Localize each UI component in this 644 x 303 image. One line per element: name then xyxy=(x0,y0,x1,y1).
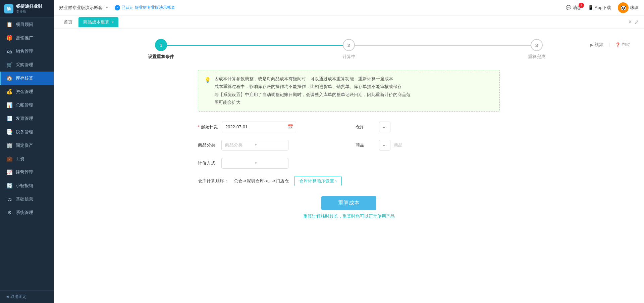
notice-box: 💡 因成本计算参数调整，或是对商品成本有疑问时，可以通过成本重算功能，重新计算一… xyxy=(198,70,500,112)
sidebar-logo: 畅 xyxy=(4,4,13,13)
main-area: 好业财专业版演示帐套 ▾ ✓ 已认证 好业财专业版演示帐套 💬 消息 1 📱 A… xyxy=(54,0,644,303)
sidebar-item-operation[interactable]: 📈经营管理 xyxy=(0,166,54,179)
form-row-3: 计价方式 ▾ xyxy=(198,158,500,169)
invoice-icon: 🧾 xyxy=(6,116,12,122)
marketing-icon: 🎁 xyxy=(6,35,12,41)
warehouse-select-btn[interactable]: ··· xyxy=(379,122,390,132)
helper-links: ▶ 视频 | ❓ 帮助 xyxy=(590,42,631,48)
sidebar-item-label-finance: 资金管理 xyxy=(16,89,33,95)
notice-line-1: 因成本计算参数调整，或是对商品成本有疑问时，可以通过成本重算功能，重新计算一遍成… xyxy=(214,75,411,83)
expense-icon: 🔄 xyxy=(6,183,12,189)
sidebar-item-finance[interactable]: 💰资金管理 xyxy=(0,85,54,98)
sidebar-header: 畅 畅捷通好业财 专业版 xyxy=(0,0,54,18)
form-group-pricing: 计价方式 ▾ xyxy=(198,158,342,169)
sidebar-nav: 📋项目顾问🎁营销推广🛍销售管理🛒采购管理🏠库存核算💰资金管理📊总账管理🧾发票管理… xyxy=(0,18,54,290)
required-star: * xyxy=(198,124,201,129)
tab-recalc-cost[interactable]: 商品成本重算 × xyxy=(78,17,118,27)
sidebar-item-label-tax: 税务管理 xyxy=(16,129,33,135)
recalc-section: 重算成本 重算过程耗时较长，重算时您可以正常使用产品 xyxy=(198,196,500,219)
notice-line-3: 若【系统设置】中启用了自动调整记账日期时，会调整入库单的整单记账日期，因此重新计… xyxy=(214,91,411,98)
sidebar-item-accounting[interactable]: 📊总账管理 xyxy=(0,98,54,112)
sidebar-footer[interactable]: ◄ 取消固定 xyxy=(0,290,54,303)
sidebar-item-expense[interactable]: 🔄小畅报销 xyxy=(0,179,54,192)
verified-account-name: 好业财专业版演示帐套 xyxy=(135,5,175,10)
sidebar-item-label-marketing: 营销推广 xyxy=(16,35,33,41)
form-group-product-category: 商品分类 商品分类 ▾ xyxy=(198,140,342,150)
purchase-icon: 🛒 xyxy=(6,62,12,68)
operation-icon: 📈 xyxy=(6,169,12,175)
system-icon: ⚙ xyxy=(6,210,12,216)
close-window-icon[interactable]: × xyxy=(629,19,632,25)
tab-close-icon[interactable]: × xyxy=(111,20,114,25)
warehouse-label: 仓库 xyxy=(356,124,376,130)
sidebar-item-basic[interactable]: 🗂基础信息 xyxy=(0,192,54,206)
expand-window-icon[interactable]: ⤢ xyxy=(634,19,639,25)
sidebar-item-inventory[interactable]: 🏠库存核算 xyxy=(0,72,54,85)
messages-button[interactable]: 💬 消息 1 xyxy=(566,5,581,11)
notice-content: 因成本计算参数调整，或是对商品成本有疑问时，可以通过成本重算功能，重新计算一遍成… xyxy=(214,75,411,106)
account-name-text: 好业财专业版演示帐套 xyxy=(59,5,103,11)
warehouse-order-settings-btn[interactable]: 仓库计算顺序设置 › xyxy=(294,176,342,186)
product-category-label: 商品分类 xyxy=(198,142,218,148)
calendar-icon[interactable]: 📅 xyxy=(285,124,296,129)
sidebar-item-label-sales: 销售管理 xyxy=(16,48,33,54)
start-date-input[interactable] xyxy=(222,122,285,132)
username-label: 珠珠 xyxy=(630,5,639,11)
sidebar-brand-sub: 专业版 xyxy=(16,9,42,14)
user-avatar-area[interactable]: 🐼 珠珠 xyxy=(618,2,639,13)
product-placeholder: 商品 xyxy=(394,142,402,148)
inventory-icon: 🏠 xyxy=(6,75,12,81)
sidebar-item-salary[interactable]: 💼工资 xyxy=(0,152,54,166)
topbar-account[interactable]: 好业财专业版演示帐套 ▾ xyxy=(59,5,108,11)
question-icon: ❓ xyxy=(615,42,621,47)
start-date-input-wrapper[interactable]: 📅 xyxy=(222,122,296,132)
step-1-circle: 1 xyxy=(155,39,167,51)
sidebar-item-label-invoice: 发票管理 xyxy=(16,116,33,122)
sidebar-item-assets[interactable]: 🏢固定资产 xyxy=(0,139,54,152)
message-icon: 💬 xyxy=(566,5,571,10)
help-link[interactable]: ❓ 帮助 xyxy=(615,42,631,48)
sidebar-item-tax[interactable]: 📑税务管理 xyxy=(0,125,54,139)
recalc-btn[interactable]: 重算成本 xyxy=(321,196,376,210)
sidebar-item-purchase[interactable]: 🛒采购管理 xyxy=(0,58,54,72)
tabbar-actions: × ⤢ xyxy=(629,19,639,25)
sidebar-brand: 畅捷通好业财 专业版 xyxy=(16,3,42,14)
app-download-button[interactable]: 📱 App下载 xyxy=(588,5,611,11)
account-dropdown-arrow[interactable]: ▾ xyxy=(106,5,108,10)
form-section: * 起始日期 📅 仓库 ··· 商品分类 商品分类 xyxy=(198,122,500,219)
warehouse-order-label: 仓库计算顺序： xyxy=(198,178,228,184)
steps-container: 1 设置重算条件 2 计算中 3 重算完成 ▶ xyxy=(67,39,631,60)
product-select-btn[interactable]: ··· xyxy=(379,140,390,150)
sidebar-item-label-project: 项目顾问 xyxy=(16,21,33,28)
sidebar-item-label-inventory: 库存核算 xyxy=(16,75,33,81)
sidebar-item-marketing[interactable]: 🎁营销推广 xyxy=(0,31,54,45)
phone-icon: 📱 xyxy=(588,5,593,10)
content-area: 1 设置重算条件 2 计算中 3 重算完成 ▶ xyxy=(54,29,644,303)
sidebar-item-label-assets: 固定资产 xyxy=(16,142,33,148)
chevron-right-icon: › xyxy=(335,178,337,183)
step-2-circle: 2 xyxy=(343,39,355,51)
form-group-warehouse: 仓库 ··· xyxy=(356,122,500,132)
sidebar-item-invoice[interactable]: 🧾发票管理 xyxy=(0,112,54,125)
step-3-label: 重算完成 xyxy=(528,54,545,60)
sidebar-item-label-expense: 小畅报销 xyxy=(16,183,33,189)
sidebar-item-label-salary: 工资 xyxy=(16,156,24,162)
tab-home[interactable]: 首页 xyxy=(59,17,77,27)
salary-icon: 💼 xyxy=(6,156,12,162)
step-2-label: 计算中 xyxy=(342,54,356,60)
pricing-method-label: 计价方式 xyxy=(198,160,218,166)
sidebar-item-system[interactable]: ⚙系统管理 xyxy=(0,206,54,219)
video-link[interactable]: ▶ 视频 xyxy=(590,42,603,48)
pricing-method-select[interactable]: ▾ xyxy=(221,158,288,169)
tabbar: 首页 商品成本重算 × × ⤢ xyxy=(54,15,644,29)
product-category-select[interactable]: 商品分类 ▾ xyxy=(221,140,288,150)
step-1-label: 设置重算条件 xyxy=(148,54,174,60)
notice-line-4: 围可能会扩大 xyxy=(214,98,411,106)
sidebar-item-project[interactable]: 📋项目顾问 xyxy=(0,18,54,31)
sidebar-item-label-system: 系统管理 xyxy=(16,210,33,216)
sidebar-item-label-operation: 经营管理 xyxy=(16,169,33,175)
sidebar-item-sales[interactable]: 🛍销售管理 xyxy=(0,45,54,58)
accounting-icon: 📊 xyxy=(6,102,12,108)
notice-line-2: 成本重算过程中，影响库存账的操作均不能操作，比如进货单、销货单、库存单据不能审核… xyxy=(214,83,411,90)
step-3-circle: 3 xyxy=(531,39,543,51)
